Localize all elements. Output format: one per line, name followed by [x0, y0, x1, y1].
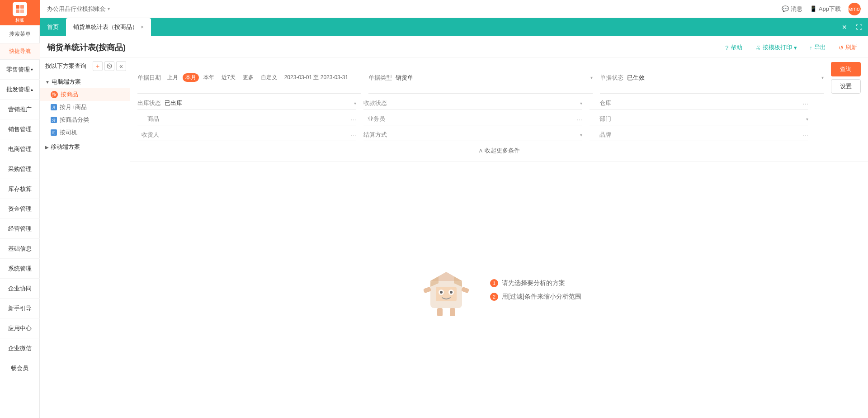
date-tab-7-days[interactable]: 近7天 [219, 73, 238, 82]
scheme-edit-button[interactable] [104, 61, 114, 71]
sidebar-item-cooperation-label: 企业协同 [8, 285, 32, 293]
sidebar-item-ecommerce[interactable]: 电商管理 [0, 139, 40, 159]
sidebar-item-basic[interactable]: 基础信息 [0, 239, 40, 259]
scheme-group-pc-label: 电脑端方案 [52, 78, 81, 86]
sidebar-item-retail[interactable]: 零售管理 ▾ [0, 60, 40, 80]
collapse-button[interactable]: ∧ 收起更多条件 [478, 147, 520, 155]
filter-separator-1 [361, 62, 368, 94]
date-tab-more[interactable]: 更多 [240, 73, 256, 82]
svg-rect-16 [450, 308, 455, 316]
logo-text: 标账 [15, 17, 24, 24]
tab-close-window-button[interactable]: ✕ [839, 22, 850, 33]
sidebar-item-purchase[interactable]: 采购管理 [0, 159, 40, 179]
sidebar-item-stock[interactable]: 库存核算 [0, 179, 40, 199]
user-avatar[interactable]: demo2 [848, 3, 861, 15]
date-range-value: 2023-03-01 至 2023-03-31 [284, 74, 348, 81]
tab-home-label: 首页 [47, 23, 59, 31]
filter-department: 部门 ▾ [590, 113, 808, 125]
tip-1-number: 1 [490, 279, 498, 287]
settlement-arrow-icon[interactable]: ▾ [580, 133, 582, 138]
tab-expand-button[interactable]: ⛶ [854, 22, 864, 33]
query-button[interactable]: 查询 [831, 62, 861, 76]
date-tab-custom[interactable]: 自定义 [258, 73, 280, 82]
sidebar-item-operations[interactable]: 经营管理 [0, 219, 40, 239]
sidebar-item-finance-label: 资金管理 [8, 205, 32, 213]
scheme-item-by-month-goods[interactable]: 月 按月+商品 [40, 101, 130, 114]
sidebar-item-sales[interactable]: 销售管理 [0, 119, 40, 139]
doc-status-label: 单据状态 [600, 74, 627, 82]
sidebar-item-wechat[interactable]: 企业微信 [0, 338, 40, 358]
sidebar-item-guide[interactable]: 新手引导 [0, 299, 40, 318]
scheme-panel: 按以下方案查询 + « ▼ 电脑端方案 [40, 57, 130, 418]
scheme-group-mobile-header[interactable]: ▶ 移动端方案 [40, 141, 130, 153]
payment-status-arrow-icon[interactable]: ▾ [580, 101, 582, 106]
tab-home[interactable]: 首页 [40, 18, 66, 36]
sidebar-item-apps-label: 应用中心 [8, 324, 32, 332]
app-download-button[interactable]: 📱 App下载 [810, 5, 841, 13]
sidebar-item-apps[interactable]: 应用中心 [0, 318, 40, 338]
date-tab-this-month[interactable]: 本月 [183, 73, 199, 82]
export-button[interactable]: ↑ 导出 [806, 42, 830, 53]
sidebar-item-finance[interactable]: 资金管理 [0, 199, 40, 219]
scheme-collapse-button[interactable]: « [116, 61, 126, 71]
scheme-group-pc-header[interactable]: ▼ 电脑端方案 [40, 76, 130, 88]
svg-rect-15 [437, 308, 443, 316]
doc-status-value: 已生效 [627, 74, 821, 82]
message-button[interactable]: 💬 消息 [782, 5, 802, 13]
settings-button[interactable]: 设置 [831, 79, 861, 94]
help-button[interactable]: ? 帮助 [722, 42, 745, 53]
out-status-arrow-icon[interactable]: ▾ [354, 101, 356, 106]
help-label: 帮助 [731, 43, 742, 52]
department-arrow-icon[interactable]: ▾ [806, 117, 808, 122]
refresh-button[interactable]: ↺ 刷新 [835, 42, 861, 53]
empty-illustration [417, 261, 476, 319]
tab-close-icon[interactable]: × [141, 24, 144, 30]
doc-type-label: 单据类型 [368, 74, 396, 82]
filter-doc-type: 单据类型 销货单 ▾ [368, 62, 592, 94]
breadcrumb-dropdown-icon[interactable]: ▾ [108, 6, 110, 11]
scheme-group-pc: ▼ 电脑端方案 按 按商品 月 按月+商品 [40, 76, 130, 139]
svg-rect-1 [20, 5, 24, 9]
sidebar: 标账 搜索菜单 快捷导航 零售管理 ▾ 批发管理 ▴ 营销推广 销售管理 电商管… [0, 0, 40, 418]
sidebar-item-member[interactable]: 畅会员 [0, 358, 40, 378]
date-tab-last-month[interactable]: 上月 [165, 73, 181, 82]
quick-nav[interactable]: 快捷导航 [0, 43, 40, 60]
salesperson-dots-icon[interactable]: ··· [576, 115, 582, 123]
warehouse-dots-icon[interactable]: ··· [802, 100, 808, 107]
svg-rect-18 [461, 286, 469, 293]
date-tab-this-year[interactable]: 本年 [201, 73, 217, 82]
scheme-item-by-category[interactable]: 分 按商品分类 [40, 114, 130, 126]
scheme-add-button[interactable]: + [93, 61, 103, 71]
download-icon: 📱 [810, 5, 817, 12]
scheme-item-by-category-label: 按商品分类 [60, 116, 89, 124]
payment-status-label: 收款状态 [363, 99, 391, 107]
refresh-icon: ↺ [839, 44, 844, 51]
tip-2-text: 用[过滤]条件来缩小分析范围 [502, 293, 581, 301]
sidebar-item-wholesale[interactable]: 批发管理 ▴ [0, 80, 40, 100]
sidebar-item-marketing-label: 营销推广 [8, 105, 32, 114]
page-content: 销货单统计表(按商品) ? 帮助 🖨 按模板打印 ▾ ↑ 导出 [40, 36, 868, 418]
scheme-item-by-goods[interactable]: 按 按商品 [40, 88, 130, 101]
brand-dots-icon[interactable]: ··· [802, 131, 808, 139]
receiver-dots-icon[interactable]: ··· [350, 131, 356, 139]
sidebar-item-system[interactable]: 系统管理 [0, 259, 40, 279]
template-print-button[interactable]: 🖨 按模板打印 ▾ [751, 42, 801, 53]
sidebar-item-ecommerce-label: 电商管理 [8, 145, 32, 153]
goods-label: 商品 [137, 115, 163, 123]
sidebar-item-cooperation[interactable]: 企业协同 [0, 279, 40, 299]
message-icon: 💬 [782, 5, 789, 12]
app-logo[interactable]: 标账 [0, 0, 40, 25]
scheme-item-by-driver[interactable]: 司 按司机 [40, 126, 130, 139]
filter-row-2: 出库状态 已出库 ▾ 收款状态 ▾ [137, 97, 861, 109]
empty-content: 1 请先选择要分析的方案 2 用[过滤]条件来缩小分析范围 [417, 261, 581, 319]
tabbar-controls: ✕ ⛶ [839, 22, 868, 33]
search-menu[interactable]: 搜索菜单 [0, 25, 40, 43]
sidebar-item-marketing[interactable]: 营销推广 [0, 100, 40, 119]
goods-dots-icon[interactable]: ··· [350, 115, 356, 123]
sidebar-item-wholesale-label: 批发管理 [6, 86, 30, 94]
main-area: 办公用品行业模拟账套 ▾ 💬 消息 📱 App下载 demo2 首页 销货单统计… [40, 0, 868, 418]
collapse-bar: ∧ 收起更多条件 [137, 145, 861, 157]
svg-point-14 [450, 291, 453, 294]
tab-sales-stats[interactable]: 销货单统计表（按商品） × [66, 18, 151, 36]
sidebar-item-member-label: 畅会员 [11, 364, 28, 372]
